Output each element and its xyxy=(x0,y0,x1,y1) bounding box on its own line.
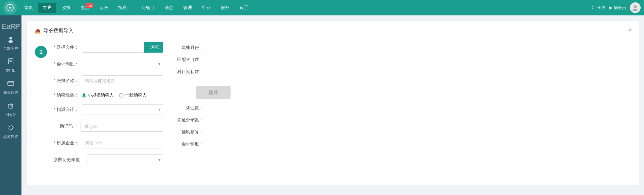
sidebar-item-trash[interactable]: 回收站 xyxy=(1,99,20,120)
sidebar-item-all-customers[interactable]: 全部客户 xyxy=(1,33,20,54)
accounting-system-select-wrapper xyxy=(82,59,163,69)
fullscreen-icon: ⛶ xyxy=(592,5,596,10)
file-row: +浏览 xyxy=(82,42,163,53)
new-badge: new xyxy=(86,3,93,8)
auxiliary-label: 辅助核算： xyxy=(177,129,207,135)
svg-point-4 xyxy=(8,40,13,43)
step-badge: 1 xyxy=(35,46,47,58)
sidebar-item-migrate[interactable]: 账套迁移 xyxy=(1,77,20,98)
ref-year-label: 参照历史年度： xyxy=(54,157,88,163)
form-row-file: * 选择文件： +浏览 xyxy=(54,42,163,53)
member-button[interactable]: ▶ 畅会员 xyxy=(609,5,626,11)
info-row-match-accounts: 匹配科目数： xyxy=(177,57,250,63)
sidebar: EaRP 全部客户 0申报 xyxy=(0,15,21,195)
tax-type-small[interactable]: 小规模纳税人 xyxy=(82,92,114,98)
accounting-system2-label: 会计制度： xyxy=(177,141,207,147)
ledger-name-input[interactable] xyxy=(82,75,163,86)
sidebar-label-tag: 标签设置 xyxy=(3,134,18,139)
form-row-memo-code: 助记码： xyxy=(54,121,163,132)
nav-item-account[interactable]: 记账 xyxy=(95,3,113,13)
nav-items: 首页 客户 收费 票据 new 记账 报税 工商项目 消息 管理 经营 服务 设… xyxy=(19,3,592,13)
nav-item-settings[interactable]: 设置 xyxy=(235,3,253,13)
nav-item-service[interactable]: 服务 xyxy=(216,3,234,13)
info-row-auxiliary: 辅助核算： xyxy=(177,129,250,135)
svg-rect-5 xyxy=(8,59,13,64)
company-input[interactable] xyxy=(82,138,163,148)
form-row-ref-year: 参照历史年度： xyxy=(54,154,163,165)
nav-right: ⛶ 全屏 ▶ 畅会员 xyxy=(592,2,641,13)
svg-point-1 xyxy=(634,5,637,8)
form-row-accountant: * 指派会计： xyxy=(54,104,163,115)
app-logo[interactable] xyxy=(3,1,17,14)
jianzh-button[interactable]: 建账 xyxy=(196,86,231,99)
form-row-ledger-name: * 账簿名称： xyxy=(54,75,163,86)
top-nav: 首页 客户 收费 票据 new 记账 报税 工商项目 消息 管理 经营 服务 设… xyxy=(0,0,644,15)
tax-type-general[interactable]: 一般纳税人 xyxy=(119,92,147,98)
month-label: 建账月份： xyxy=(177,45,207,51)
earp-logo-text: EaRP xyxy=(2,19,19,31)
nav-item-operation[interactable]: 经营 xyxy=(197,3,215,13)
company-label: * 所属企业： xyxy=(54,140,82,146)
avatar[interactable] xyxy=(630,2,641,13)
sidebar-label-trash: 回收站 xyxy=(5,112,16,117)
memo-code-label: 助记码： xyxy=(54,123,81,129)
svg-point-11 xyxy=(9,82,9,82)
dialog-title: 导爷数据导入 xyxy=(43,27,73,34)
sidebar-item-declare[interactable]: 0申报 xyxy=(1,55,20,76)
tag-icon xyxy=(7,124,14,133)
period-balance-label: 科目期初数： xyxy=(177,69,207,75)
nav-item-customer[interactable]: 客户 xyxy=(38,3,56,13)
tax-type-small-label: 小规模纳税人 xyxy=(88,92,114,98)
dialog-close-button[interactable]: × xyxy=(628,27,632,33)
match-accounts-label: 匹配科目数： xyxy=(177,57,207,63)
migrate-icon xyxy=(7,80,14,89)
nav-item-tax[interactable]: 报税 xyxy=(113,3,132,13)
info-row-accounting-system2: 会计制度： xyxy=(177,141,250,147)
info-row-period-balance: 科目期初数： xyxy=(177,69,250,75)
accountant-select[interactable] xyxy=(82,104,163,115)
svg-rect-13 xyxy=(9,104,13,108)
ref-year-select-wrapper xyxy=(88,154,163,165)
svg-point-17 xyxy=(9,126,10,127)
form-row-tax-type: * 纳税性质： 小规模纳税人 一般纳税人 xyxy=(54,92,163,98)
form-row-company: * 所属企业： xyxy=(54,138,163,148)
sidebar-label-migrate: 账套迁移 xyxy=(3,90,18,95)
tax-type-label: * 纳税性质： xyxy=(54,92,82,98)
info-row-voucher-count: 凭证数： xyxy=(177,105,250,111)
tax-type-radio-group: 小规模纳税人 一般纳税人 xyxy=(82,92,163,98)
ledger-name-label: * 账簿名称： xyxy=(54,78,82,84)
sidebar-item-tag[interactable]: 标签设置 xyxy=(1,121,20,142)
svg-point-12 xyxy=(10,82,10,82)
tax-type-general-label: 一般纳税人 xyxy=(125,92,147,98)
tax-type-small-radio[interactable] xyxy=(82,93,86,97)
browse-button[interactable]: +浏览 xyxy=(144,42,163,53)
file-input[interactable] xyxy=(82,42,144,53)
form-main-column: * 选择文件： +浏览 * 会计制度： xyxy=(54,42,163,171)
svg-point-3 xyxy=(9,37,12,40)
memo-code-input[interactable] xyxy=(81,121,163,132)
nav-item-business[interactable]: 工商项目 xyxy=(132,3,159,13)
accounting-system-select[interactable] xyxy=(82,59,163,69)
sidebar-label-declare: 0申报 xyxy=(6,68,15,73)
dialog-panel: 📤 导爷数据导入 × 1 * 选择文件： + xyxy=(27,21,639,185)
info-row-month: 建账月份： xyxy=(177,45,250,51)
nav-item-manage[interactable]: 管理 xyxy=(179,3,197,13)
declare-icon xyxy=(7,58,14,67)
form-left: 1 * 选择文件： +浏览 xyxy=(35,42,163,171)
nav-item-message[interactable]: 消息 xyxy=(160,3,178,13)
accounting-system-label: * 会计制度： xyxy=(54,61,82,67)
import-icon: 📤 xyxy=(35,28,41,34)
ref-year-select[interactable] xyxy=(88,154,163,165)
svg-point-2 xyxy=(633,9,638,11)
accountant-label: * 指派会计： xyxy=(54,107,82,113)
fullscreen-button[interactable]: ⛶ 全屏 xyxy=(592,5,605,11)
nav-item-home[interactable]: 首页 xyxy=(19,3,38,13)
tax-type-general-radio[interactable] xyxy=(119,93,123,97)
info-row-voucher-entries: 凭证分录数： xyxy=(177,117,250,123)
select-file-label: * 选择文件： xyxy=(54,44,82,50)
nav-item-fee[interactable]: 收费 xyxy=(57,3,75,13)
dialog-header: 📤 导爷数据导入 xyxy=(35,27,631,34)
nav-item-invoice[interactable]: 票据 new xyxy=(76,3,94,13)
form-right-column: 建账月份： 匹配科目数： 科目期初数： 建账 凭证数： xyxy=(177,42,250,171)
member-icon: ▶ xyxy=(609,5,612,10)
